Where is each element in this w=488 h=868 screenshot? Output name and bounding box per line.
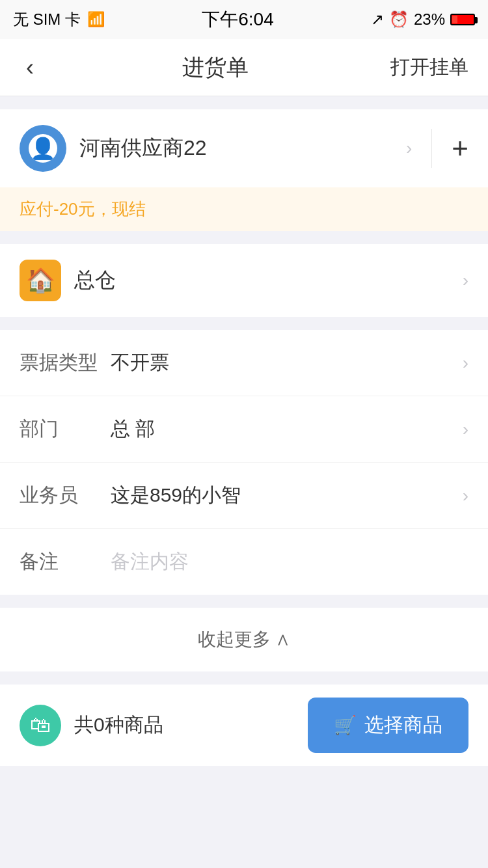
vertical-divider: [431, 129, 432, 168]
invoice-value: 不开票: [98, 349, 463, 376]
alert-text: 应付-20元，现结: [20, 199, 146, 219]
dept-row[interactable]: 部门 总 部 ›: [0, 396, 488, 463]
bottom-bar: 🛍 共0种商品 🛒 选择商品: [0, 685, 488, 766]
product-count: 共0种商品: [74, 712, 295, 739]
wifi-icon: 📶: [87, 11, 105, 28]
back-button[interactable]: ‹: [20, 47, 40, 88]
form-section: 票据类型 不开票 › 部门 总 部 › 业务员 这是859的小智 › 备注 备注…: [0, 330, 488, 595]
invoice-row[interactable]: 票据类型 不开票 ›: [0, 330, 488, 396]
home-icon: 🏠: [26, 267, 55, 294]
nav-bar: ‹ 进货单 打开挂单: [0, 39, 488, 96]
sales-label: 业务员: [20, 482, 98, 509]
chevron-right-icon-dept: ›: [463, 419, 468, 440]
status-left: 无 SIM 卡 📶: [13, 9, 105, 30]
alarm-icon: ⏰: [389, 10, 409, 29]
location-icon: ↗: [371, 10, 384, 29]
product-bag-icon: 🛍: [20, 705, 61, 746]
sales-row[interactable]: 业务员 这是859的小智 ›: [0, 463, 488, 529]
select-btn-label: 选择商品: [364, 712, 442, 739]
alert-banner: 应付-20元，现结: [0, 187, 488, 231]
remarks-row[interactable]: 备注 备注内容: [0, 529, 488, 595]
person-icon: 👤: [30, 136, 56, 161]
status-bar: 无 SIM 卡 📶 下午6:04 ↗ ⏰ 23%: [0, 0, 488, 39]
cart-icon: 🛒: [334, 714, 357, 736]
remarks-input[interactable]: 备注内容: [98, 549, 468, 575]
warehouse-row[interactable]: 🏠 总仓 ›: [0, 244, 488, 317]
avatar-icon: 👤: [29, 134, 57, 163]
collapse-button[interactable]: 收起更多 ∧: [0, 608, 488, 671]
divider-1: [0, 96, 488, 109]
sales-value: 这是859的小智: [98, 482, 463, 509]
supplier-actions: › +: [406, 129, 468, 168]
status-right: ↗ ⏰ 23%: [371, 10, 475, 29]
status-time: 下午6:04: [202, 7, 274, 32]
invoice-label: 票据类型: [20, 349, 98, 376]
add-supplier-button[interactable]: +: [452, 134, 468, 163]
warehouse-icon: 🏠: [20, 260, 61, 301]
warehouse-section: 🏠 总仓 ›: [0, 244, 488, 317]
chevron-right-icon: ›: [406, 138, 412, 159]
collapse-text: 收起更多 ∧: [198, 629, 291, 649]
open-pending-button[interactable]: 打开挂单: [390, 54, 468, 81]
chevron-right-icon-sales: ›: [463, 485, 468, 506]
battery-percentage: 23%: [414, 10, 445, 29]
supplier-row[interactable]: 👤 河南供应商22 › +: [0, 109, 488, 187]
avatar: 👤: [20, 125, 66, 172]
supplier-section: 👤 河南供应商22 › + 应付-20元，现结: [0, 109, 488, 231]
bag-icon: 🛍: [30, 713, 51, 737]
remarks-label: 备注: [20, 549, 98, 575]
carrier-text: 无 SIM 卡: [13, 9, 81, 30]
page-title: 进货单: [182, 53, 249, 83]
chevron-right-icon-invoice: ›: [463, 353, 468, 373]
dept-value: 总 部: [98, 416, 463, 442]
supplier-name: 河南供应商22: [79, 134, 406, 163]
chevron-right-icon-warehouse: ›: [463, 270, 468, 291]
dept-label: 部门: [20, 416, 98, 442]
battery-icon: [450, 14, 475, 25]
select-product-button[interactable]: 🛒 选择商品: [308, 698, 468, 753]
warehouse-name: 总仓: [74, 266, 463, 295]
